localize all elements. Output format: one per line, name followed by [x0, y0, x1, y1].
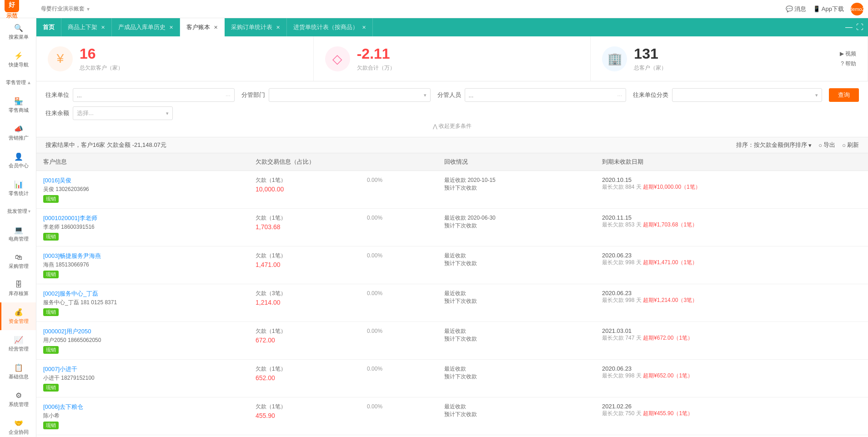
overdue-amount-1[interactable]: 超期¥1,703.68（1笔）: [643, 221, 697, 228]
sidebar-item-finance[interactable]: 💰 资金管理: [0, 302, 36, 330]
tab-maximize-icon[interactable]: ⛶: [856, 23, 863, 31]
overdue-amount-3[interactable]: 超期¥1,214.00（3笔）: [643, 297, 697, 303]
app-download-btn[interactable]: 📱 App下载: [813, 5, 844, 13]
tab-production-history[interactable]: 产成品入库单历史 ✕: [112, 18, 180, 36]
overdue-amount-4[interactable]: 超期¥672.00（1笔）: [643, 335, 693, 341]
table-row: [0007]小进干 小进干 18279152100 现销 欠款（1笔） 652.…: [36, 360, 868, 397]
sidebar-item-system[interactable]: ⚙ 系统管理: [0, 386, 36, 413]
overdue-days-5: 最长欠款 998 天: [602, 372, 643, 379]
sidebar-item-member[interactable]: 👤 会员中心: [0, 147, 36, 175]
video-btn[interactable]: ▶ 视频: [840, 50, 856, 58]
filter-select-dept[interactable]: ▾: [269, 88, 431, 102]
export-icon: ○: [818, 142, 822, 149]
overdue-amount-6[interactable]: 超期¥455.90（1笔）: [643, 410, 693, 417]
filter-select-balance[interactable]: 选择... ▾: [73, 106, 173, 120]
partner-input[interactable]: [77, 92, 226, 99]
filter-input-partner[interactable]: ···: [73, 88, 235, 102]
debt-amount-0[interactable]: 10,000.00: [256, 186, 349, 193]
cell-debt-ratio-6: 0.00%: [356, 397, 437, 435]
tab-customer-account-close[interactable]: ✕: [214, 25, 218, 30]
refresh-button[interactable]: ○ 刷新: [842, 141, 859, 149]
sort-dropdown-icon: ▾: [808, 142, 812, 149]
tab-purchase-stats-close[interactable]: ✕: [276, 25, 280, 30]
export-button[interactable]: ○ 导出: [818, 141, 835, 149]
debt-amount-5[interactable]: 652.00: [256, 374, 349, 382]
sidebar-item-ecom[interactable]: 💻 电商管理: [0, 220, 36, 248]
company-name: 母婴行业演示账套: [41, 5, 85, 13]
tab-inbound-stats-close[interactable]: ✕: [362, 25, 366, 30]
debt-amount-6[interactable]: 455.90: [256, 412, 349, 419]
next-collection-5: 预计下次收款: [444, 373, 588, 381]
stat-icon-total-customers: 🏢: [602, 46, 627, 71]
overdue-amount-5[interactable]: 超期¥652.00（1笔）: [643, 372, 693, 379]
due-date-5: 2020.06.23: [602, 365, 861, 372]
top-right-actions: 💬 消息 📱 App下载 demo2: [786, 3, 863, 15]
next-collection-6: 预计下次收款: [444, 411, 588, 418]
filter-input-person[interactable]: ···: [465, 88, 627, 102]
customer-name-4[interactable]: [000002]用户2050: [43, 327, 242, 336]
overdue-amount-2[interactable]: 超期¥1,471.00（1笔）: [643, 259, 697, 266]
tab-minimize-icon[interactable]: —: [845, 23, 853, 31]
stat-info-total-customers: 131 总客户（家）: [634, 45, 667, 72]
retail-stats-icon: 📊: [14, 180, 23, 189]
search-button[interactable]: 查询: [829, 88, 859, 102]
sidebar-item-purchase[interactable]: 🛍 采购管理: [0, 248, 36, 275]
customer-name-3[interactable]: [0002]服务中心_丁磊: [43, 290, 242, 298]
tab-production-history-close[interactable]: ✕: [169, 25, 173, 30]
customer-phone-5: 小进干 18279152100: [43, 374, 242, 382]
customer-name-6[interactable]: [0006]去下粮仓: [43, 403, 242, 411]
cell-customer-info-5: [0007]小进干 小进干 18279152100 现销: [36, 360, 249, 397]
stat-info-debt-customers: 16 总欠款客户（家）: [80, 45, 123, 72]
tab-home[interactable]: 首页: [36, 18, 61, 36]
person-input[interactable]: [469, 92, 617, 99]
debt-count-1: 欠款（1笔）: [256, 214, 349, 222]
sort-label: 排序：按欠款金额倒序排序: [736, 141, 807, 149]
debt-ratio-3: 0.00%: [367, 290, 382, 296]
tab-inbound-stats[interactable]: 进货单统计表（按商品） ✕: [287, 18, 373, 36]
help-btn[interactable]: ? 帮助: [841, 60, 856, 68]
company-selector[interactable]: 母婴行业演示账套 ▾: [41, 5, 786, 13]
refresh-icon: ○: [842, 142, 846, 149]
sidebar-item-corp-collab[interactable]: 🤝 企业协同: [0, 413, 36, 437]
customer-name-1[interactable]: [0001020001]李老师: [43, 214, 242, 222]
sidebar-item-retail-stats[interactable]: 📊 零售统计: [0, 175, 36, 202]
overdue-amount-0[interactable]: 超期¥10,000.00（1笔）: [643, 184, 701, 190]
avatar[interactable]: demo2: [851, 3, 863, 15]
sidebar-item-retail-mall[interactable]: 🏪 零售商城: [0, 91, 36, 119]
tab-product-listing-close[interactable]: ✕: [101, 25, 105, 30]
debt-count-3: 欠款（3笔）: [256, 290, 349, 297]
collapse-button[interactable]: ⋀ 收起更多条件: [433, 122, 472, 130]
tab-purchase-stats[interactable]: 采购订单统计表 ✕: [225, 18, 287, 36]
sort-selector[interactable]: 排序：按欠款金额倒序排序 ▾: [736, 141, 812, 149]
debt-amount-4[interactable]: 672.00: [256, 337, 349, 344]
sidebar-item-basic[interactable]: 📋 基础信息: [0, 358, 36, 386]
sidebar-label-ops: 经营管理: [9, 346, 29, 352]
result-summary: 搜索结果中，客户16家 欠款金额 -21,148.07元: [45, 141, 166, 149]
customer-phone-2: 海燕 18513066976: [43, 261, 242, 269]
sidebar-label-retail-mall: 零售商城: [9, 107, 29, 114]
tab-customer-account[interactable]: 客户账本 ✕: [180, 18, 225, 36]
last-collection-6: 最近收款: [444, 403, 588, 411]
customer-name-2[interactable]: [0003]畅捷服务尹海燕: [43, 252, 242, 260]
sidebar-item-search[interactable]: 🔍 搜索菜单: [0, 18, 36, 46]
debt-amount-3[interactable]: 1,214.00: [256, 299, 349, 306]
sidebar-item-retail-mgmt[interactable]: 零售管理 ▲: [0, 74, 36, 91]
ecom-icon: 💻: [14, 226, 23, 234]
sidebar-item-marketing[interactable]: 📣 营销推广: [0, 119, 36, 147]
sidebar-label-batch-mgmt: 批发管理: [7, 208, 27, 215]
sidebar-item-ops[interactable]: 📈 经营管理: [0, 330, 36, 358]
sidebar-item-inventory[interactable]: 🗄 库存核算: [0, 275, 36, 302]
sidebar: 🔍 搜索菜单 ⚡ 快捷导航 零售管理 ▲ 🏪 零售商城 📣 营销推广 👤 会: [0, 18, 36, 437]
customer-name-5[interactable]: [0007]小进干: [43, 365, 242, 373]
cell-customer-info-3: [0002]服务中心_丁磊 服务中心_丁磊 181 0125 8371 现销: [36, 284, 249, 322]
table-row: [0016]吴俊 吴俊 13026203696 现销 欠款（1笔） 10,000…: [36, 171, 868, 209]
debt-amount-1[interactable]: 1,703.68: [256, 223, 349, 231]
filter-select-category[interactable]: ▾: [672, 88, 822, 102]
debt-amount-2[interactable]: 1,471.00: [256, 261, 349, 268]
debt-ratio-5: 0.00%: [367, 366, 382, 372]
customer-name-0[interactable]: [0016]吴俊: [43, 176, 242, 185]
sidebar-item-batch-mgmt[interactable]: 批发管理 ▾: [0, 202, 36, 220]
message-btn[interactable]: 💬 消息: [786, 5, 806, 13]
sidebar-item-quick-nav[interactable]: ⚡ 快捷导航: [0, 46, 36, 74]
tab-product-listing[interactable]: 商品上下架 ✕: [61, 18, 112, 36]
